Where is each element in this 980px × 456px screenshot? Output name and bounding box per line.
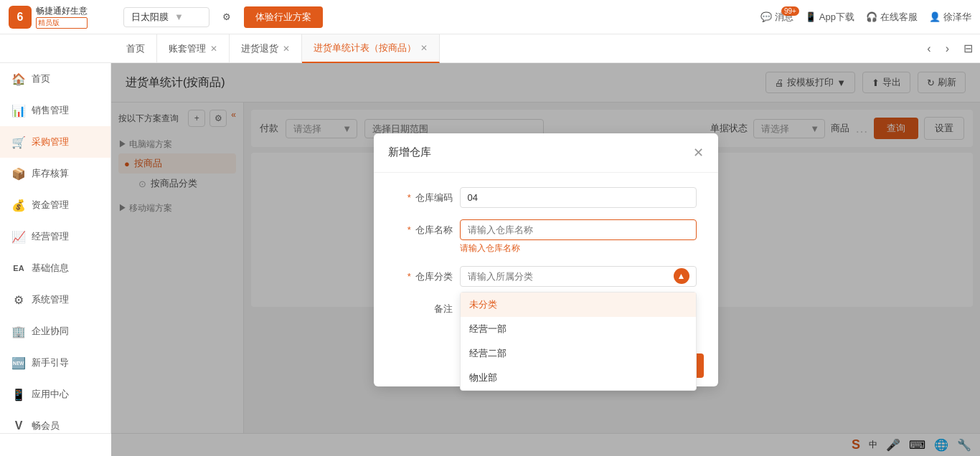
tab-close-purchase-return[interactable]: ✕ (283, 44, 290, 54)
main-layout: 🏠 首页 📊 销售管理 🛒 采购管理 📦 库存核算 💰 资金管理 📈 经营管理 … (0, 63, 980, 456)
tab-menu-button[interactable]: ⊟ (956, 34, 980, 63)
name-field: 请输入仓库名称 (460, 219, 697, 255)
user-profile-button[interactable]: 👤 徐泽华 (929, 11, 971, 24)
sidebar-item-home[interactable]: 🏠 首页 (0, 63, 110, 95)
sidebar: 🏠 首页 📊 销售管理 🛒 采购管理 📦 库存核算 💰 资金管理 📈 经营管理 … (0, 63, 111, 456)
modal-title: 新增仓库 (388, 146, 431, 159)
tab-account[interactable]: 账套管理 ✕ (157, 34, 230, 63)
form-row-name: * 仓库名称 请输入仓库名称 (395, 219, 697, 255)
name-error-msg: 请输入仓库名称 (460, 242, 697, 255)
dropdown-option-property[interactable]: 物业部 (461, 366, 696, 390)
code-field (460, 187, 697, 208)
category-dropdown-list: 未分类 经营一部 经营二部 物业部 (460, 292, 697, 391)
home-icon: 🏠 (11, 72, 26, 86)
sidebar-item-operation[interactable]: 📈 经营管理 (0, 221, 110, 252)
sidebar-item-enterprise[interactable]: 🏢 企业协同 (0, 315, 110, 347)
tab-close-purchase-stats[interactable]: ✕ (420, 43, 428, 53)
operation-icon: 📈 (11, 229, 26, 244)
sidebar-item-basic[interactable]: EA 基础信息 (0, 252, 110, 284)
purchase-icon: 🛒 (11, 135, 26, 149)
sidebar-item-appcenter[interactable]: 📱 应用中心 (0, 379, 110, 410)
tab-home[interactable]: 首页 (115, 34, 157, 63)
vip-icon: V (11, 419, 26, 433)
appcenter-icon: 📱 (11, 387, 26, 402)
name-label: * 仓库名称 (395, 219, 453, 237)
add-warehouse-modal: 新增仓库 ✕ * 仓库编码 (374, 133, 718, 386)
category-input[interactable] (460, 266, 697, 287)
modal-close-button[interactable]: ✕ (693, 145, 704, 161)
dropdown-option-op1[interactable]: 经营一部 (461, 317, 696, 341)
modal-body: * 仓库编码 * 仓库名称 (374, 173, 718, 345)
headset-icon: 🎧 (866, 11, 877, 22)
logo-text: 畅捷通好生意 精员版 (36, 5, 88, 29)
form-row-code: * 仓库编码 (395, 187, 697, 208)
enterprise-icon: 🏢 (11, 324, 26, 338)
store-selector[interactable]: 日太阳膜 ▼ (123, 7, 209, 27)
logo-area: 6 畅捷通好生意 精员版 (9, 5, 116, 29)
sidebar-item-inventory[interactable]: 📦 库存核算 (0, 158, 110, 189)
store-dropdown-arrow: ▼ (174, 11, 184, 22)
content-area: 进货单统计(按商品) 🖨 按模板打印 ▼ ⬆ 导出 ↻ 刷新 (111, 63, 980, 456)
newbie-icon: 🆕 (11, 356, 26, 370)
note-label: 备注 (395, 298, 453, 315)
name-input[interactable] (460, 219, 697, 240)
sidebar-item-sales[interactable]: 📊 销售管理 (0, 95, 110, 126)
sidebar-item-finance[interactable]: 💰 资金管理 (0, 189, 110, 221)
tab-bar: 首页 账套管理 ✕ 进货退货 ✕ 进货单统计表（按商品） ✕ ‹ › ⊟ (0, 34, 980, 63)
form-row-category: * 仓库分类 ▲ 未分类 经营一部 经营二部 物业部 (395, 266, 697, 287)
category-label: * 仓库分类 (395, 266, 453, 283)
header-actions: 💬 消息 99+ 📱 App下载 🎧 在线客服 👤 徐泽华 (760, 11, 971, 24)
phone-icon: 📱 (805, 11, 816, 22)
avatar-icon: 👤 (929, 11, 941, 22)
tab-close-account[interactable]: ✕ (210, 44, 217, 54)
app-download-button[interactable]: 📱 App下载 (805, 11, 854, 24)
logo-icon: 6 (9, 6, 32, 29)
sales-icon: 📊 (11, 103, 26, 118)
dropdown-option-op2[interactable]: 经营二部 (461, 341, 696, 366)
tab-purchase-return[interactable]: 进货退货 ✕ (230, 34, 302, 63)
tab-prev-button[interactable]: ‹ (920, 34, 938, 63)
tab-next-button[interactable]: › (938, 34, 956, 63)
inventory-icon: 📦 (11, 166, 26, 181)
customer-service-button[interactable]: 🎧 在线客服 (866, 11, 918, 24)
finance-icon: 💰 (11, 198, 26, 212)
messages-button[interactable]: 💬 消息 99+ (760, 11, 793, 24)
sidebar-item-system[interactable]: ⚙ 系统管理 (0, 284, 110, 315)
modal-backdrop: 新增仓库 ✕ * 仓库编码 (111, 63, 980, 456)
dropdown-option-unclassified[interactable]: 未分类 (461, 293, 696, 317)
sidebar-item-newbie[interactable]: 🆕 新手引导 (0, 347, 110, 379)
top-header: 6 畅捷通好生意 精员版 日太阳膜 ▼ ⚙ 体验行业方案 💬 消息 99+ 📱 … (0, 0, 980, 34)
code-input[interactable] (460, 187, 697, 208)
settings-icon[interactable]: ⚙ (217, 7, 237, 27)
basic-icon: EA (11, 261, 26, 275)
sidebar-item-purchase[interactable]: 🛒 采购管理 (0, 126, 110, 158)
message-icon: 💬 (760, 11, 772, 22)
trial-button[interactable]: 体验行业方案 (244, 6, 323, 28)
system-icon: ⚙ (11, 293, 26, 307)
tab-purchase-stats[interactable]: 进货单统计表（按商品） ✕ (302, 34, 440, 63)
category-dropdown-arrow[interactable]: ▲ (674, 268, 689, 284)
modal-header: 新增仓库 ✕ (374, 133, 718, 173)
category-field: ▲ 未分类 经营一部 经营二部 物业部 (460, 266, 697, 287)
tab-controls: ‹ › ⊟ (920, 34, 980, 63)
code-label: * 仓库编码 (395, 187, 453, 204)
